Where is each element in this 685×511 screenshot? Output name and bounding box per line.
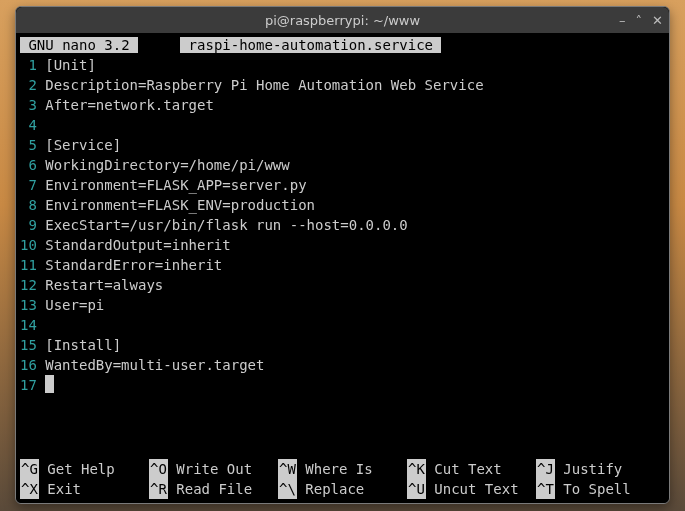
line-number: 15	[20, 335, 37, 355]
help-key: ^R	[149, 479, 168, 499]
window-controls: – ˄ ✕	[619, 14, 663, 27]
help-item[interactable]: ^WWhere Is	[278, 459, 407, 479]
line-number: 14	[20, 315, 37, 335]
help-key: ^K	[407, 459, 426, 479]
line-text[interactable]: WorkingDirectory=/home/pi/www	[45, 155, 289, 175]
line-text[interactable]: Environment=FLASK_APP=server.py	[45, 175, 306, 195]
help-label: Exit	[47, 479, 81, 499]
help-key: ^J	[536, 459, 555, 479]
help-label: Replace	[305, 479, 364, 499]
help-item[interactable]: ^GGet Help	[20, 459, 149, 479]
editor-line[interactable]: 1[Unit]	[20, 55, 665, 75]
nano-version-label: GNU nano 3.2	[20, 37, 138, 53]
line-text[interactable]: Restart=always	[45, 275, 163, 295]
help-key: ^T	[536, 479, 555, 499]
editor-line[interactable]: 8Environment=FLASK_ENV=production	[20, 195, 665, 215]
line-text[interactable]: User=pi	[45, 295, 104, 315]
line-text[interactable]: [Service]	[45, 135, 121, 155]
line-number: 13	[20, 295, 37, 315]
help-key: ^\	[278, 479, 297, 499]
editor-line[interactable]: 11StandardError=inherit	[20, 255, 665, 275]
line-number: 10	[20, 235, 37, 255]
line-number: 11	[20, 255, 37, 275]
help-key: ^U	[407, 479, 426, 499]
help-item[interactable]: ^\Replace	[278, 479, 407, 499]
line-number: 5	[20, 135, 37, 155]
line-number: 4	[20, 115, 37, 135]
help-item[interactable]: ^UUncut Text	[407, 479, 536, 499]
line-number: 9	[20, 215, 37, 235]
editor-line[interactable]: 16WantedBy=multi-user.target	[20, 355, 665, 375]
nano-header: GNU nano 3.2 raspi-home-automation.servi…	[20, 35, 665, 55]
help-label: To Spell	[563, 479, 630, 499]
help-label: Where Is	[305, 459, 372, 479]
terminal-body[interactable]: GNU nano 3.2 raspi-home-automation.servi…	[16, 33, 669, 503]
line-number: 7	[20, 175, 37, 195]
editor-line[interactable]: 6WorkingDirectory=/home/pi/www	[20, 155, 665, 175]
line-number: 12	[20, 275, 37, 295]
line-text[interactable]: Description=Raspberry Pi Home Automation…	[45, 75, 483, 95]
help-item[interactable]: ^KCut Text	[407, 459, 536, 479]
editor-line[interactable]: 4	[20, 115, 665, 135]
editor-line[interactable]: 15[Install]	[20, 335, 665, 355]
nano-filename: raspi-home-automation.service	[180, 37, 441, 53]
line-number: 8	[20, 195, 37, 215]
editor-line[interactable]: 17	[20, 375, 665, 395]
line-number: 1	[20, 55, 37, 75]
editor-line[interactable]: 14	[20, 315, 665, 335]
help-label: Uncut Text	[434, 479, 518, 499]
line-number: 2	[20, 75, 37, 95]
help-key: ^W	[278, 459, 297, 479]
help-label: Justify	[563, 459, 622, 479]
editor-line[interactable]: 5[Service]	[20, 135, 665, 155]
editor-line[interactable]: 13User=pi	[20, 295, 665, 315]
line-text[interactable]: StandardOutput=inherit	[45, 235, 230, 255]
help-key: ^O	[149, 459, 168, 479]
line-text[interactable]: [Install]	[45, 335, 121, 355]
editor-line[interactable]: 3After=network.target	[20, 95, 665, 115]
help-item[interactable]: ^OWrite Out	[149, 459, 278, 479]
help-key: ^G	[20, 459, 39, 479]
line-number: 16	[20, 355, 37, 375]
terminal-window: pi@raspberrypi: ~/www – ˄ ✕ GNU nano 3.2…	[15, 6, 670, 504]
line-text[interactable]: After=network.target	[45, 95, 214, 115]
editor-line[interactable]: 9ExecStart=/usr/bin/flask run --host=0.0…	[20, 215, 665, 235]
editor-content[interactable]: 1[Unit]2Description=Raspberry Pi Home Au…	[20, 55, 665, 459]
help-label: Read File	[176, 479, 252, 499]
editor-line[interactable]: 7Environment=FLASK_APP=server.py	[20, 175, 665, 195]
help-label: Cut Text	[434, 459, 501, 479]
help-item[interactable]: ^RRead File	[149, 479, 278, 499]
cursor	[45, 375, 53, 393]
help-label: Write Out	[176, 459, 252, 479]
help-key: ^X	[20, 479, 39, 499]
close-icon[interactable]: ✕	[652, 14, 663, 27]
maximize-icon[interactable]: ˄	[636, 14, 643, 27]
help-label: Get Help	[47, 459, 114, 479]
line-text[interactable]: WantedBy=multi-user.target	[45, 355, 264, 375]
editor-line[interactable]: 2Description=Raspberry Pi Home Automatio…	[20, 75, 665, 95]
window-title: pi@raspberrypi: ~/www	[16, 13, 669, 28]
line-text[interactable]: ExecStart=/usr/bin/flask run --host=0.0.…	[45, 215, 407, 235]
help-item[interactable]: ^TTo Spell	[536, 479, 665, 499]
line-text[interactable]: Environment=FLASK_ENV=production	[45, 195, 315, 215]
nano-help-bar: ^GGet Help^OWrite Out^WWhere Is^KCut Tex…	[20, 459, 665, 499]
line-number: 17	[20, 375, 37, 395]
editor-line[interactable]: 12Restart=always	[20, 275, 665, 295]
line-number: 3	[20, 95, 37, 115]
window-titlebar[interactable]: pi@raspberrypi: ~/www – ˄ ✕	[16, 7, 669, 33]
line-text[interactable]: StandardError=inherit	[45, 255, 222, 275]
help-item[interactable]: ^JJustify	[536, 459, 665, 479]
line-number: 6	[20, 155, 37, 175]
minimize-icon[interactable]: –	[619, 14, 626, 27]
editor-line[interactable]: 10StandardOutput=inherit	[20, 235, 665, 255]
line-text[interactable]: [Unit]	[45, 55, 96, 75]
help-item[interactable]: ^XExit	[20, 479, 149, 499]
